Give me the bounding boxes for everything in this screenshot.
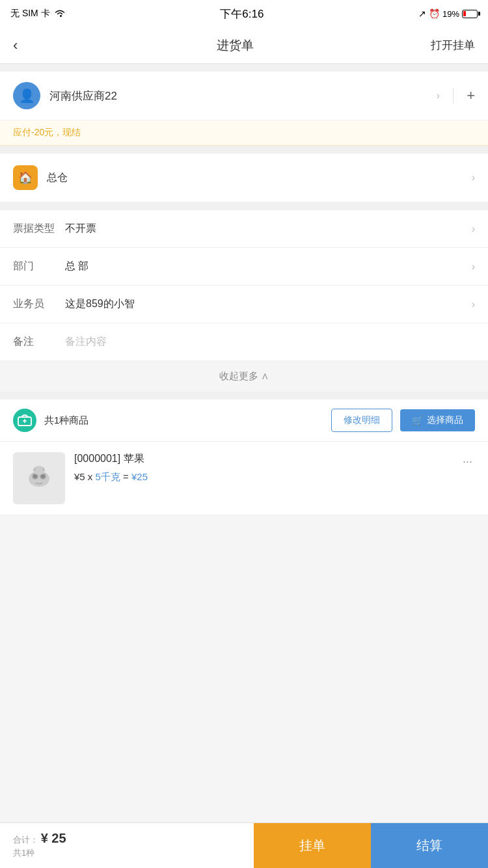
salesperson-row[interactable]: 业务员 这是859的小智 ›: [0, 286, 488, 323]
product-thumbnail: [13, 452, 65, 504]
supplier-divider: [453, 88, 454, 103]
warehouse-arrow-icon: ›: [472, 172, 475, 183]
hang-button[interactable]: 挂单: [254, 823, 371, 868]
checkout-button[interactable]: 结算: [371, 823, 488, 868]
product-total-price: ¥25: [131, 471, 148, 482]
supplier-section: 👤 河南供应商22 › + 应付-20元，现结: [0, 72, 488, 146]
collapse-more-button[interactable]: 收起更多 ∧: [0, 361, 488, 392]
location-icon: ↗: [418, 8, 426, 19]
section-gap-1: [0, 64, 488, 72]
salesperson-label: 业务员: [13, 297, 65, 311]
svg-point-7: [41, 474, 45, 478]
footer-amount: ¥ 25: [41, 831, 66, 845]
invoice-row[interactable]: 票据类型 不开票 ›: [0, 210, 488, 248]
product-code: [0000001]: [74, 453, 124, 464]
select-product-label: 选择商品: [427, 414, 463, 426]
footer-total: 合计： ¥ 25 共1种: [0, 831, 254, 860]
alarm-icon: ⏰: [429, 8, 440, 19]
supplier-add-button[interactable]: +: [467, 87, 475, 104]
wifi-icon: [54, 8, 66, 20]
product-info: [0000001] 苹果 ¥5 x 5千克 = ¥25: [74, 452, 460, 483]
product-section-icon: [13, 409, 36, 432]
warehouse-icon: 🏠: [13, 165, 38, 190]
salesperson-value: 这是859的小智: [65, 297, 472, 311]
cart-icon: 🛒: [412, 415, 423, 426]
supplier-avatar: 👤: [13, 82, 40, 109]
warehouse-name: 总仓: [47, 171, 472, 185]
collapse-label: 收起更多 ∧: [219, 370, 269, 381]
product-count-label: 共1种商品: [44, 414, 323, 427]
svg-point-6: [33, 474, 37, 478]
department-value: 总 部: [65, 260, 472, 273]
open-pending-button[interactable]: 打开挂单: [431, 38, 475, 53]
select-product-button[interactable]: 🛒 选择商品: [400, 409, 475, 431]
product-item: [0000001] 苹果 ¥5 x 5千克 = ¥25 ···: [0, 442, 488, 515]
notice-banner: 应付-20元，现结: [0, 120, 488, 146]
product-thumb-owl-icon: [23, 459, 55, 497]
product-menu-button[interactable]: ···: [460, 452, 475, 471]
footer-spacer: [0, 515, 488, 561]
supplier-arrow-icon: ›: [437, 90, 440, 102]
battery-icon: [462, 10, 478, 18]
status-bar: 无 SIM 卡 下午6:16 ↗ ⏰ 19%: [0, 0, 488, 27]
warehouse-section: 🏠 总仓 ›: [0, 154, 488, 202]
footer: 合计： ¥ 25 共1种 挂单 结算: [0, 822, 488, 868]
section-gap-3: [0, 202, 488, 210]
back-button[interactable]: ‹: [13, 37, 39, 54]
avatar-icon: 👤: [19, 88, 35, 103]
remark-placeholder: 备注内容: [65, 335, 475, 349]
footer-total-label: 合计： ¥ 25: [13, 831, 241, 846]
department-arrow-icon: ›: [472, 261, 475, 273]
product-name: [0000001] 苹果: [74, 452, 460, 466]
nav-bar: ‹ 进货单 打开挂单: [0, 27, 488, 64]
warehouse-row[interactable]: 🏠 总仓 ›: [0, 154, 488, 202]
department-label: 部门: [13, 260, 65, 273]
section-gap-2: [0, 146, 488, 154]
product-equals: =: [123, 471, 131, 482]
supplier-row[interactable]: 👤 河南供应商22 › +: [0, 72, 488, 120]
edit-detail-button[interactable]: 修改明细: [331, 409, 392, 432]
page-title: 进货单: [217, 37, 254, 54]
status-left: 无 SIM 卡: [10, 8, 66, 20]
department-row[interactable]: 部门 总 部 ›: [0, 248, 488, 286]
form-section: 票据类型 不开票 › 部门 总 部 › 业务员 这是859的小智 › 备注 备注…: [0, 210, 488, 361]
supplier-name: 河南供应商22: [49, 88, 437, 103]
product-price: ¥5 x 5千克 = ¥25: [74, 471, 460, 483]
salesperson-arrow-icon: ›: [472, 299, 475, 310]
remark-row[interactable]: 备注 备注内容: [0, 323, 488, 361]
status-right: ↗ ⏰ 19%: [418, 8, 478, 19]
battery-percent: 19%: [442, 9, 459, 19]
footer-count-label: 共1种: [13, 847, 241, 859]
invoice-arrow-icon: ›: [472, 223, 475, 235]
product-header: 共1种商品 修改明细 🛒 选择商品: [0, 400, 488, 442]
notice-text: 应付-20元，现结: [13, 127, 81, 137]
product-title: 苹果: [124, 453, 144, 464]
product-unit-price: ¥5 x: [74, 471, 96, 482]
product-quantity: 5千克: [96, 471, 120, 482]
invoice-value: 不开票: [65, 222, 472, 236]
carrier-text: 无 SIM 卡: [10, 8, 50, 20]
invoice-label: 票据类型: [13, 222, 65, 236]
status-time: 下午6:16: [220, 7, 264, 21]
remark-label: 备注: [13, 335, 65, 349]
section-gap-4: [0, 392, 488, 400]
